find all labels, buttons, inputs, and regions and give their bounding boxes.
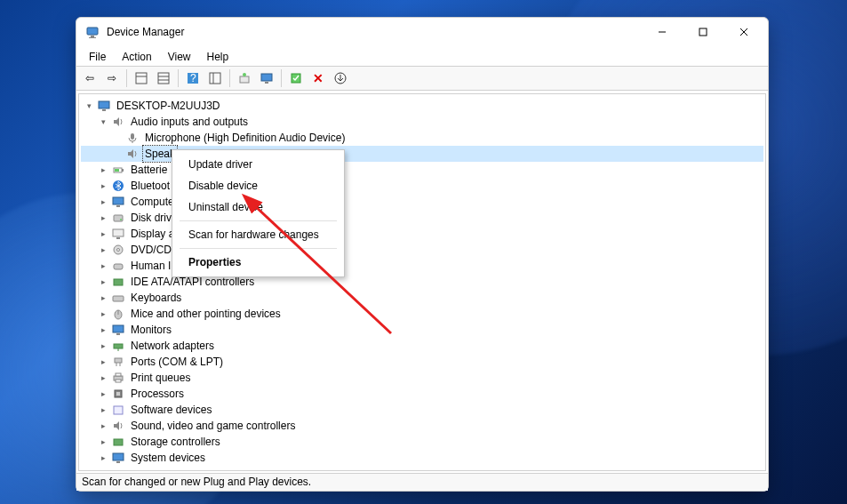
network-icon <box>111 339 125 353</box>
dvd-icon <box>111 243 125 257</box>
tree-category[interactable]: ▸Mice and other pointing devices <box>81 306 763 322</box>
tree-category[interactable]: ▸Keyboards <box>81 290 763 306</box>
svg-point-37 <box>117 249 120 252</box>
details-button[interactable] <box>154 68 173 88</box>
computer-icon <box>111 195 125 209</box>
tree-root[interactable]: ▾ DESKTOP-M2UUJ3D <box>81 98 763 114</box>
svg-rect-28 <box>115 169 119 172</box>
svg-rect-31 <box>116 205 120 207</box>
menu-file[interactable]: File <box>82 49 113 65</box>
minimize-button[interactable] <box>642 19 683 45</box>
category-label: Mice and other pointing devices <box>129 306 283 322</box>
category-label: Disk driv <box>129 210 173 226</box>
chevron-right-icon[interactable]: ▸ <box>97 420 109 432</box>
tree-category-audio[interactable]: ▾ Audio inputs and outputs <box>81 114 763 130</box>
tree-category[interactable]: ▸System devices <box>81 450 763 466</box>
svg-rect-38 <box>114 264 123 269</box>
tree-category[interactable]: ▸Monitors <box>81 322 763 338</box>
chevron-down-icon[interactable]: ▾ <box>97 116 109 128</box>
x-icon: ✕ <box>313 71 324 85</box>
svg-rect-23 <box>102 109 106 111</box>
chevron-right-icon[interactable]: ▸ <box>97 452 109 464</box>
microphone-icon <box>125 131 140 145</box>
device-label: Microphone (High Definition Audio Device… <box>143 130 347 146</box>
tree-category[interactable]: ▸Ports (COM & LPT) <box>81 354 763 370</box>
panel-icon <box>135 72 148 84</box>
chevron-right-icon[interactable]: ▸ <box>97 356 109 368</box>
tree-category[interactable]: ▸Software devices <box>81 402 763 418</box>
update-driver-button[interactable] <box>235 68 254 88</box>
svg-rect-53 <box>116 373 121 376</box>
svg-rect-57 <box>114 406 123 414</box>
tree-category[interactable]: ▸Network adapters <box>81 338 763 354</box>
svg-rect-27 <box>122 169 124 172</box>
chevron-right-icon[interactable]: ▸ <box>97 292 109 304</box>
chevron-right-icon[interactable]: ▸ <box>97 436 109 448</box>
ctx-properties[interactable]: Properties <box>172 252 344 273</box>
svg-rect-7 <box>136 73 147 84</box>
forward-button[interactable]: ⇨ <box>102 68 122 88</box>
tree-category[interactable]: ▸Print queues <box>81 370 763 386</box>
chevron-right-icon[interactable]: ▸ <box>97 340 109 352</box>
tree-device-microphone[interactable]: Microphone (High Definition Audio Device… <box>81 130 763 146</box>
chevron-right-icon[interactable]: ▸ <box>97 388 109 400</box>
app-icon <box>85 25 100 39</box>
chevron-right-icon[interactable]: ▸ <box>97 260 109 272</box>
category-label: Network adapters <box>129 338 216 354</box>
svg-rect-54 <box>116 380 121 382</box>
monitor-icon <box>111 323 125 337</box>
svg-rect-40 <box>113 296 124 301</box>
tree-category[interactable]: ▸Processors <box>81 386 763 402</box>
list-icon <box>157 72 170 84</box>
uninstall-device-button[interactable]: ✕ <box>308 68 328 88</box>
chevron-right-icon[interactable]: ▸ <box>97 308 109 320</box>
ctx-uninstall-device[interactable]: Uninstall device <box>172 196 344 218</box>
svg-rect-60 <box>116 461 120 463</box>
properties-button[interactable] <box>205 68 225 88</box>
svg-rect-56 <box>116 392 120 396</box>
sound-icon <box>111 419 125 433</box>
svg-rect-47 <box>114 344 123 348</box>
enable-device-button[interactable] <box>286 68 306 88</box>
root-label: DESKTOP-M2UUJ3D <box>115 98 221 114</box>
chevron-right-icon[interactable]: ▸ <box>97 324 109 336</box>
show-hide-tree-button[interactable] <box>132 68 151 88</box>
chevron-right-icon[interactable]: ▸ <box>97 276 109 288</box>
tree-category[interactable]: ▸Sound, video and game controllers <box>81 418 763 434</box>
tree-category[interactable]: ▸Storage controllers <box>81 434 763 450</box>
category-label: Compute <box>129 194 176 210</box>
svg-rect-19 <box>265 82 268 84</box>
scan-changes-button[interactable] <box>331 68 350 88</box>
svg-rect-39 <box>114 279 123 285</box>
help-button[interactable]: ? <box>183 68 203 88</box>
ctx-disable-device[interactable]: Disable device <box>172 175 344 196</box>
chevron-right-icon[interactable]: ▸ <box>97 164 109 176</box>
back-button[interactable]: ⇦ <box>80 68 100 88</box>
svg-rect-49 <box>115 358 122 363</box>
monitor-scan-icon <box>260 72 273 84</box>
menu-view[interactable]: View <box>161 49 198 65</box>
ide-icon <box>111 275 125 289</box>
computer-icon <box>97 99 111 113</box>
chevron-right-icon[interactable]: ▸ <box>97 196 109 208</box>
chevron-right-icon[interactable]: ▸ <box>97 244 109 256</box>
menu-help[interactable]: Help <box>200 49 236 65</box>
chevron-right-icon[interactable]: ▸ <box>97 212 109 224</box>
scan-hardware-button[interactable] <box>257 68 276 88</box>
chevron-right-icon[interactable]: ▸ <box>97 180 109 192</box>
maximize-button[interactable] <box>683 19 723 45</box>
category-label: Software devices <box>129 402 213 418</box>
menu-action[interactable]: Action <box>115 49 158 65</box>
titlebar: Device Manager <box>76 18 768 46</box>
chevron-right-icon[interactable]: ▸ <box>97 228 109 240</box>
ctx-update-driver[interactable]: Update driver <box>172 154 344 175</box>
chevron-down-icon[interactable]: ▾ <box>83 100 95 112</box>
chevron-right-icon[interactable]: ▸ <box>97 372 109 384</box>
menu-separator <box>180 220 337 221</box>
chevron-right-icon[interactable]: ▸ <box>97 404 109 416</box>
svg-rect-34 <box>113 229 124 236</box>
close-button[interactable] <box>723 19 764 45</box>
svg-rect-58 <box>114 439 123 445</box>
printer-icon <box>111 371 125 385</box>
ctx-scan-hardware[interactable]: Scan for hardware changes <box>172 224 344 245</box>
